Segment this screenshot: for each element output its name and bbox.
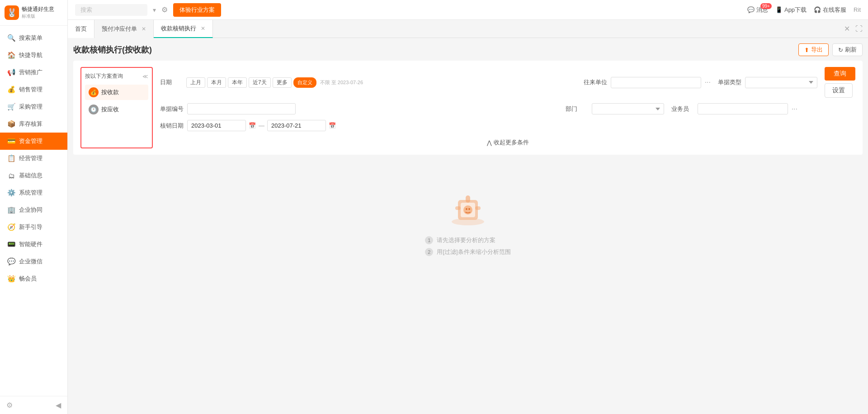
svg-point-8 [468, 208, 470, 210]
calendar-end-icon[interactable]: 📅 [329, 122, 336, 129]
tab-bar-actions: ✕ ⛶ [842, 23, 868, 35]
filter-scheme-title: 按以下方案查询 ≪ [85, 72, 148, 80]
main-area: 搜索 ▾ ⚙ 体验行业方案 💬 消息 99+ 📱 App下载 🎧 在线客服 Ri… [68, 0, 868, 414]
sidebar-item-inventory[interactable]: 📦 库存核算 [0, 115, 67, 133]
message-badge[interactable]: 💬 消息 99+ [747, 6, 768, 14]
empty-tips: 1 请先选择要分析的方案 2 用[过滤]条件来缩小分析范围 [425, 234, 510, 258]
sidebar-item-operation[interactable]: 📋 经营管理 [0, 150, 67, 167]
gear-icon[interactable]: ⚙ [161, 5, 168, 14]
docnumber-input[interactable] [187, 103, 296, 114]
guide-icon: 🧭 [7, 223, 15, 231]
sidebar-item-hardware[interactable]: 📟 智能硬件 [0, 236, 67, 253]
calendar-start-icon[interactable]: 📅 [249, 122, 256, 129]
logo-icon: 🐰 [5, 5, 19, 20]
svg-rect-6 [475, 206, 481, 210]
inventory-icon: 📦 [7, 120, 15, 128]
sidebar-item-wechat[interactable]: 💬 企业微信 [0, 253, 67, 270]
date-buttons: 上月 本月 本年 近7天 更多 自定义 [186, 77, 316, 88]
tab-prepay-label: 预付冲应付单 [102, 25, 137, 33]
message-count: 99+ [760, 3, 772, 9]
sidebar-item-label: 搜索菜单 [19, 34, 42, 42]
date-btn-custom[interactable]: 自定义 [293, 77, 316, 88]
tab-home[interactable]: 首页 [68, 20, 94, 38]
app-download[interactable]: 📱 App下载 [775, 6, 807, 14]
doctype-select[interactable] [745, 77, 817, 88]
filter-option-label: 按收款 [101, 88, 119, 96]
dept-label: 部门 [566, 105, 588, 113]
filter-option-by-receivable[interactable]: 🕐 按应收 [85, 102, 148, 117]
filter-staff-col: 业务员 ··· [671, 103, 797, 114]
basic-icon: 🗂 [7, 172, 15, 180]
online-service[interactable]: 🎧 在线客服 [814, 6, 846, 14]
sidebar-item-basic[interactable]: 🗂 基础信息 [0, 167, 67, 184]
filter-doctype-col: 单据类型 [718, 77, 817, 88]
tab-receipts[interactable]: 收款核销执行 ✕ [154, 20, 213, 38]
sidebar-item-purchase[interactable]: 🛒 采购管理 [0, 98, 67, 115]
tab-close-all-icon[interactable]: ✕ [842, 23, 852, 35]
svg-point-7 [466, 208, 467, 210]
sidebar-item-quick-nav[interactable]: 🏠 快捷导航 [0, 47, 67, 64]
tab-receipts-close-icon[interactable]: ✕ [201, 25, 205, 32]
sidebar-item-sales[interactable]: 💰 销售管理 [0, 81, 67, 98]
tab-prepay[interactable]: 预付冲应付单 ✕ [94, 20, 154, 38]
sidebar-bottom: ⚙ ◀ [0, 396, 67, 414]
filter-fields: 日期 上月 本月 本年 近7天 更多 自定义 不限 至 2023-07-26 [160, 67, 855, 148]
solution-button[interactable]: 体验行业方案 [173, 3, 221, 17]
sidebar-item-search-menu[interactable]: 🔍 搜索菜单 [0, 29, 67, 47]
sidebar-item-marketing[interactable]: 📢 营销推广 [0, 64, 67, 81]
marketing-icon: 📢 [7, 68, 15, 76]
header-left: 搜索 ▾ ⚙ 体验行业方案 [75, 3, 221, 17]
counterparty-more-icon[interactable]: ··· [705, 78, 711, 86]
sidebar-item-label: 企业协同 [19, 206, 42, 214]
filter-docnumber-col: 单据编号 [160, 103, 296, 114]
filter-action-col: 查询 设置 [825, 67, 855, 98]
filter-option-by-receipt[interactable]: 💰 按收款 [85, 85, 148, 100]
staff-more-icon[interactable]: ··· [792, 105, 797, 113]
filter-dept-col: 部门 [566, 103, 664, 114]
verifydate-end-input[interactable] [267, 120, 326, 131]
setting-button[interactable]: 设置 [825, 83, 853, 98]
collapse-more-btn[interactable]: ⋀ 收起更多条件 [160, 137, 855, 148]
header-right: 💬 消息 99+ 📱 App下载 🎧 在线客服 Rit [747, 6, 861, 14]
sidebar-item-guide[interactable]: 🧭 新手引导 [0, 219, 67, 236]
refresh-button[interactable]: ↻ 刷新 [832, 43, 863, 56]
collapse-filter-icon[interactable]: ≪ [142, 73, 148, 80]
purchase-icon: 🛒 [7, 103, 15, 111]
settings-bottom-icon[interactable]: ⚙ [6, 401, 13, 409]
sidebar-item-system[interactable]: ⚙️ 系统管理 [0, 184, 67, 201]
date-btn-more[interactable]: 更多 [273, 77, 292, 88]
sidebar-item-member[interactable]: 👑 畅会员 [0, 270, 67, 287]
sidebar-item-label: 经营管理 [19, 154, 42, 162]
export-button[interactable]: ⬆ 导出 [798, 43, 829, 56]
date-btn-this-year[interactable]: 本年 [228, 77, 247, 88]
empty-state: 1 请先选择要分析的方案 2 用[过滤]条件来缩小分析范围 [73, 159, 863, 285]
tab-home-label: 首页 [75, 25, 87, 33]
counterparty-input[interactable] [611, 77, 701, 88]
search-menu-icon: 🔍 [7, 34, 15, 42]
tab-expand-icon[interactable]: ⛶ [854, 23, 864, 35]
verifydate-start-input[interactable] [187, 120, 246, 131]
operation-icon: 📋 [7, 154, 15, 162]
staff-input[interactable] [698, 103, 788, 114]
sidebar-item-enterprise[interactable]: 🏢 企业协同 [0, 201, 67, 219]
staff-label: 业务员 [671, 105, 694, 113]
headset-icon: 🎧 [814, 6, 821, 13]
quick-nav-icon: 🏠 [7, 51, 15, 59]
enterprise-icon: 🏢 [7, 206, 15, 214]
receipt-icon: 💰 [89, 87, 99, 97]
collapse-sidebar-icon[interactable]: ◀ [56, 401, 61, 409]
date-btn-last7[interactable]: 近7天 [249, 77, 271, 88]
dept-select[interactable] [592, 103, 664, 114]
date-btn-this-month[interactable]: 本月 [207, 77, 226, 88]
top-header: 搜索 ▾ ⚙ 体验行业方案 💬 消息 99+ 📱 App下载 🎧 在线客服 Ri… [68, 0, 868, 20]
date-btn-last-month[interactable]: 上月 [186, 77, 205, 88]
app-name: 畅捷通好生意 [22, 6, 54, 13]
refresh-icon: ↻ [838, 47, 843, 53]
filter-counterparty-col: 往来单位 ··· [584, 77, 711, 88]
user-name[interactable]: Rit [854, 6, 861, 13]
verifydate-label: 核销日期 [160, 122, 184, 130]
query-button[interactable]: 查询 [825, 67, 855, 81]
sidebar-item-label: 智能硬件 [19, 240, 42, 248]
sidebar-item-funds[interactable]: 💳 资金管理 [0, 133, 67, 150]
tab-prepay-close-icon[interactable]: ✕ [142, 26, 146, 32]
